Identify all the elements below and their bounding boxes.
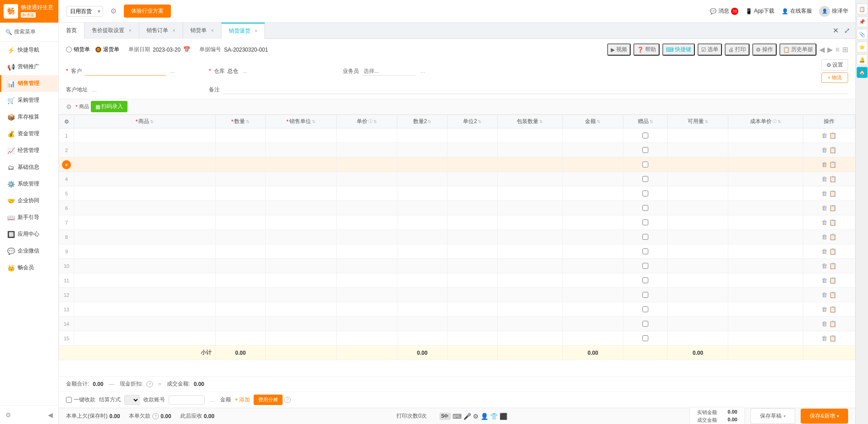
copy-row-13-icon[interactable]: 📋 xyxy=(829,306,836,313)
arrow-right-button[interactable]: ▶ xyxy=(827,45,833,54)
fee-help-icon[interactable]: ? xyxy=(284,397,291,403)
unit-cell-14[interactable] xyxy=(265,317,336,331)
sidebar-item-basic[interactable]: 🗂 基础信息 xyxy=(0,159,58,176)
avail-cell-10[interactable] xyxy=(668,259,728,273)
draft-dropdown-icon[interactable]: ▾ xyxy=(783,414,786,419)
view-list-button[interactable]: ≡ xyxy=(835,46,840,54)
product-cell-8[interactable] xyxy=(74,230,216,244)
pkgqty-cell-13[interactable] xyxy=(497,302,562,317)
gift-cell-9[interactable] xyxy=(623,244,668,259)
copy-row-11-icon[interactable]: 📋 xyxy=(829,277,836,284)
avail-cell-8[interactable] xyxy=(668,230,728,244)
unit2-cell-3[interactable] xyxy=(447,157,497,172)
cost-cell-9[interactable] xyxy=(728,244,803,259)
unit2-cell-7[interactable] xyxy=(447,215,497,230)
avail-cell-12[interactable] xyxy=(668,288,728,302)
product-cell-6[interactable] xyxy=(74,201,216,215)
sort-gift-icon[interactable]: ⇅ xyxy=(650,119,653,124)
product-cell-5[interactable] xyxy=(74,186,216,201)
unit2-cell-14[interactable] xyxy=(447,317,497,331)
sort-qty2-icon[interactable]: ⇅ xyxy=(428,119,431,124)
delete-row-13-icon[interactable]: 🗑 xyxy=(821,306,827,313)
scan-input-button[interactable]: ▦ 扫码录入 xyxy=(91,101,127,112)
gift-cell-11[interactable] xyxy=(623,273,668,288)
qty-cell-2[interactable] xyxy=(216,143,266,157)
float-btn-1[interactable]: 📋 xyxy=(857,4,868,14)
amount-cell-12[interactable] xyxy=(562,288,623,302)
app-download-item[interactable]: 📱 App下载 xyxy=(745,7,774,15)
tab-price-setting[interactable]: 售价提取设置 × xyxy=(85,23,139,39)
pkgqty-cell-7[interactable] xyxy=(497,215,562,230)
notification-item[interactable]: 💬 消息 70 xyxy=(710,7,738,15)
gift-cell-6[interactable] xyxy=(623,201,668,215)
sidebar-item-purchase[interactable]: 🛒 采购管理 xyxy=(0,92,58,109)
amount-cell-4[interactable] xyxy=(562,172,623,186)
history-docs-button[interactable]: 📋 历史单据 xyxy=(779,43,816,56)
price-cell-10[interactable] xyxy=(336,259,397,273)
tab-close-sales-delivery[interactable]: × xyxy=(211,28,214,33)
product-cell-12[interactable] xyxy=(74,288,216,302)
qty-cell-8[interactable] xyxy=(216,230,266,244)
sidebar-item-sales[interactable]: 📊 销售管理 xyxy=(0,75,58,92)
qty2-cell-7[interactable] xyxy=(397,215,448,230)
sidebar-item-enterprise[interactable]: 🤝 企业协同 xyxy=(0,192,58,209)
pkgqty-cell-4[interactable] xyxy=(497,172,562,186)
th-gear[interactable]: ⚙ xyxy=(59,115,74,129)
delete-row-11-icon[interactable]: 🗑 xyxy=(821,277,827,284)
qty2-cell-15[interactable] xyxy=(397,331,448,346)
unit-cell-6[interactable] xyxy=(265,201,336,215)
fee-split-button[interactable]: 费用分摊 xyxy=(254,395,283,405)
gift-checkbox-9[interactable] xyxy=(642,248,648,254)
product-cell-14[interactable] xyxy=(74,317,216,331)
radio-sales-input[interactable] xyxy=(66,47,72,52)
gift-checkbox-4[interactable] xyxy=(642,176,648,182)
float-btn-4[interactable]: ⭐ xyxy=(857,42,868,52)
pkgqty-cell-3[interactable] xyxy=(497,157,562,172)
ime-icon-5[interactable]: 👕 xyxy=(490,413,498,420)
price-cell-13[interactable] xyxy=(336,302,397,317)
gift-cell-12[interactable] xyxy=(623,288,668,302)
qty2-cell-1[interactable] xyxy=(397,129,448,143)
amount-cell-3[interactable] xyxy=(562,157,623,172)
pkgqty-cell-1[interactable] xyxy=(497,129,562,143)
copy-row-12-icon[interactable]: 📋 xyxy=(829,291,836,298)
cost-help-icon[interactable]: ⓘ xyxy=(773,119,777,124)
copy-row-15-icon[interactable]: 📋 xyxy=(829,335,836,342)
salesperson-input[interactable] xyxy=(362,67,416,76)
amount-cell-7[interactable] xyxy=(562,215,623,230)
gift-cell-3[interactable] xyxy=(623,157,668,172)
qty2-cell-6[interactable] xyxy=(397,201,448,215)
pkgqty-cell-5[interactable] xyxy=(497,186,562,201)
copy-row-5-icon[interactable]: 📋 xyxy=(829,190,836,197)
gift-checkbox-7[interactable] xyxy=(642,219,648,225)
gift-checkbox-10[interactable] xyxy=(642,263,648,269)
sort-product-icon[interactable]: ⇅ xyxy=(150,119,154,124)
save-new-button[interactable]: 保存&新增 ▾ xyxy=(801,409,848,424)
qty2-cell-12[interactable] xyxy=(397,288,448,302)
print-button[interactable]: 🖨 打印 xyxy=(725,43,750,56)
qty-cell-13[interactable] xyxy=(216,302,266,317)
qty-cell-6[interactable] xyxy=(216,201,266,215)
gift-cell-7[interactable] xyxy=(623,215,668,230)
unit2-cell-5[interactable] xyxy=(447,186,497,201)
search-menu-button[interactable]: 🔍 搜索菜单 xyxy=(4,26,55,38)
sidebar-item-guide[interactable]: 📖 新手引导 xyxy=(0,209,58,226)
ime-cn-button[interactable]: S中 xyxy=(439,413,451,420)
arrow-left-button[interactable]: ◀ xyxy=(819,45,825,54)
unit2-cell-13[interactable] xyxy=(447,302,497,317)
select-doc-button[interactable]: ☑ 选单 xyxy=(698,43,722,56)
unit-cell-15[interactable] xyxy=(265,331,336,346)
save-new-dropdown-icon[interactable]: ▾ xyxy=(837,414,839,419)
gift-checkbox-3[interactable] xyxy=(642,162,648,167)
gift-checkbox-6[interactable] xyxy=(642,205,648,211)
avail-cell-15[interactable] xyxy=(668,331,728,346)
settings-button[interactable]: ⚙ ⚙ 设置 设置 xyxy=(821,59,848,71)
product-cell-4[interactable] xyxy=(74,172,216,186)
cost-cell-10[interactable] xyxy=(728,259,803,273)
copy-row-7-icon[interactable]: 📋 xyxy=(829,219,836,226)
table-gear-button[interactable]: ⚙ xyxy=(64,101,74,112)
tab-sales-order[interactable]: 销售订单 × xyxy=(139,23,183,39)
pkgqty-cell-15[interactable] xyxy=(497,331,562,346)
sort-unit-icon[interactable]: ⇅ xyxy=(312,119,316,124)
price-cell-2[interactable] xyxy=(336,143,397,157)
